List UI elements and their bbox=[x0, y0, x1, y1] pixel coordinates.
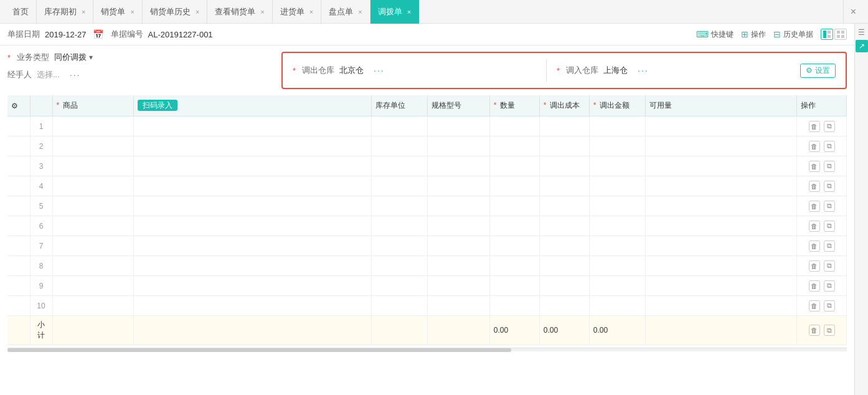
svg-rect-1 bbox=[828, 31, 831, 34]
calendar-icon[interactable]: 📅 bbox=[93, 29, 103, 39]
delete-icon[interactable]: 🗑 bbox=[809, 121, 820, 132]
tab-sales-order[interactable]: 销货单 × bbox=[93, 0, 142, 24]
row-qty-cell[interactable] bbox=[489, 276, 539, 296]
delete-icon[interactable]: 🗑 bbox=[809, 161, 820, 172]
subtotal-cost-cell: 0.00 bbox=[539, 316, 589, 345]
delete-icon[interactable]: 🗑 bbox=[809, 201, 820, 212]
tab-stock-init-close[interactable]: × bbox=[82, 8, 85, 16]
sidebar-expand-icon[interactable]: ↗ bbox=[856, 40, 868, 52]
delete-icon[interactable]: 🗑 bbox=[809, 221, 820, 232]
row-amount-cell bbox=[589, 256, 645, 276]
horizontal-scrollbar[interactable] bbox=[7, 348, 847, 351]
in-warehouse-more[interactable]: ··· bbox=[638, 65, 649, 75]
window-close-button[interactable]: × bbox=[843, 0, 863, 24]
row-cost-cell bbox=[539, 117, 589, 136]
row-spec-cell bbox=[427, 256, 489, 276]
row-avail-cell bbox=[645, 236, 796, 256]
data-table: ⚙ 商品 扫码录入 库存单位 规格型号 bbox=[7, 95, 847, 345]
row-qty-cell[interactable] bbox=[489, 136, 539, 156]
tab-purchase-order[interactable]: 进货单 × bbox=[273, 0, 321, 24]
row-qty-cell[interactable] bbox=[489, 176, 539, 196]
subtotal-ops-cell: 🗑 ⧉ bbox=[797, 316, 847, 345]
copy-icon[interactable]: ⧉ bbox=[824, 260, 835, 272]
delete-icon[interactable]: 🗑 bbox=[809, 300, 820, 312]
tab-home[interactable]: 首页 bbox=[5, 0, 37, 24]
delete-icon[interactable]: 🗑 bbox=[809, 181, 820, 192]
row-qty-cell[interactable] bbox=[489, 117, 539, 136]
layout-icon-1[interactable] bbox=[821, 29, 833, 40]
row-avail-cell bbox=[645, 276, 796, 296]
copy-icon[interactable]: ⧉ bbox=[824, 161, 835, 172]
scan-button[interactable]: 扫码录入 bbox=[138, 100, 177, 111]
tab-sales-order-label: 销货单 bbox=[101, 6, 125, 17]
row-scan-cell bbox=[133, 236, 371, 256]
row-qty-cell[interactable] bbox=[489, 236, 539, 256]
tab-sales-history-close[interactable]: × bbox=[196, 8, 199, 16]
row-product-cell[interactable] bbox=[52, 256, 133, 276]
row-num-cell: 5 bbox=[30, 196, 52, 216]
row-product-cell[interactable] bbox=[52, 176, 133, 196]
sidebar-list-icon[interactable]: ☰ bbox=[856, 26, 868, 39]
tab-inventory[interactable]: 盘点单 × bbox=[321, 0, 370, 24]
settings-button[interactable]: ⚙ 设置 bbox=[800, 64, 836, 78]
copy-icon[interactable]: ⧉ bbox=[824, 325, 835, 336]
row-cost-cell bbox=[539, 236, 589, 256]
tab-view-sales[interactable]: 查看销货单 × bbox=[207, 0, 272, 24]
row-unit-cell bbox=[371, 117, 427, 136]
row-product-cell[interactable] bbox=[52, 216, 133, 236]
tab-sales-history[interactable]: 销货单历史 × bbox=[143, 0, 207, 24]
tab-stock-init[interactable]: 库存期初 × bbox=[37, 0, 93, 24]
row-cost-cell bbox=[539, 156, 589, 176]
row-qty-cell[interactable] bbox=[489, 296, 539, 316]
delete-icon[interactable]: 🗑 bbox=[809, 325, 820, 336]
shortcut-label: 快捷键 bbox=[711, 29, 734, 40]
tab-sales-order-close[interactable]: × bbox=[130, 8, 134, 16]
copy-icon[interactable]: ⧉ bbox=[824, 121, 835, 132]
copy-icon[interactable]: ⧉ bbox=[824, 240, 835, 252]
tab-transfer[interactable]: 调拨单 × bbox=[370, 0, 419, 24]
out-warehouse-more[interactable]: ··· bbox=[374, 65, 385, 75]
row-unit-cell bbox=[371, 276, 427, 296]
layout-icon-2[interactable] bbox=[834, 29, 847, 40]
svg-rect-0 bbox=[823, 31, 826, 38]
row-product-cell[interactable] bbox=[52, 296, 133, 316]
row-amount-cell bbox=[589, 117, 645, 136]
row-product-cell[interactable] bbox=[52, 236, 133, 256]
delete-icon[interactable]: 🗑 bbox=[809, 240, 820, 252]
tab-purchase-order-close[interactable]: × bbox=[309, 8, 313, 16]
delete-icon[interactable]: 🗑 bbox=[809, 260, 820, 272]
row-qty-cell[interactable] bbox=[489, 256, 539, 276]
handler-select[interactable]: 选择... bbox=[37, 69, 60, 80]
out-warehouse: * 调出仓库 北京仓 ··· bbox=[293, 65, 536, 76]
copy-icon[interactable]: ⧉ bbox=[824, 300, 835, 312]
tab-sales-history-label: 销货单历史 bbox=[150, 6, 191, 17]
tab-inventory-close[interactable]: × bbox=[358, 8, 362, 16]
row-qty-cell[interactable] bbox=[489, 196, 539, 216]
row-settings-cell bbox=[7, 256, 30, 276]
copy-icon[interactable]: ⧉ bbox=[824, 201, 835, 212]
row-product-cell[interactable] bbox=[52, 156, 133, 176]
history-button[interactable]: ⊟ 历史单据 bbox=[773, 29, 813, 40]
col-header-settings[interactable]: ⚙ bbox=[7, 95, 30, 117]
delete-icon[interactable]: 🗑 bbox=[809, 141, 820, 152]
row-num-cell: 3 bbox=[30, 156, 52, 176]
copy-icon[interactable]: ⧉ bbox=[824, 141, 835, 152]
row-product-cell[interactable] bbox=[52, 276, 133, 296]
handler-more[interactable]: ··· bbox=[70, 70, 81, 80]
row-product-cell[interactable] bbox=[52, 196, 133, 216]
delete-icon[interactable]: 🗑 bbox=[809, 280, 820, 292]
col-header-scan[interactable]: 扫码录入 bbox=[133, 95, 371, 117]
business-type-select[interactable]: 同价调拨 ▾ bbox=[54, 52, 93, 63]
copy-icon[interactable]: ⧉ bbox=[824, 221, 835, 232]
row-qty-cell[interactable] bbox=[489, 156, 539, 176]
row-num-cell: 1 bbox=[30, 117, 52, 136]
copy-icon[interactable]: ⧉ bbox=[824, 280, 835, 292]
row-qty-cell[interactable] bbox=[489, 216, 539, 236]
operations-button[interactable]: ⊞ 操作 bbox=[741, 29, 766, 40]
row-product-cell[interactable] bbox=[52, 136, 133, 156]
row-product-cell[interactable] bbox=[52, 117, 133, 136]
copy-icon[interactable]: ⧉ bbox=[824, 181, 835, 192]
tab-view-sales-close[interactable]: × bbox=[260, 8, 264, 16]
tab-transfer-close[interactable]: × bbox=[407, 8, 411, 16]
shortcut-button[interactable]: ⌨ 快捷键 bbox=[696, 29, 734, 40]
